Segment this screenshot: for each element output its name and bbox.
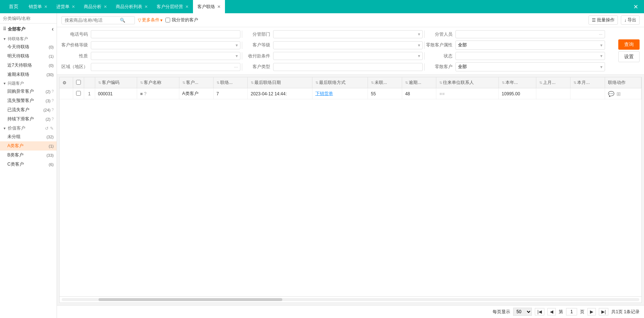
close-customer-contact-tab[interactable]: ✕ [217, 4, 221, 9]
checkbox-col [73, 77, 84, 88]
status-select[interactable]: ▾ [455, 52, 605, 60]
retail-attr-label: 零散客户属性 [426, 42, 455, 48]
setting-button[interactable]: 设置 [618, 51, 640, 62]
table-container: ⚙ ⇅客户编码 ⇅客户名称 ⇅客户... ⇅联络... ⇅最后联络日期 ⇅最后联… [59, 77, 642, 303]
row-checkbox-cell [73, 88, 84, 99]
retail-customer-select[interactable]: 全部 ▾ [455, 62, 605, 71]
nature-select[interactable]: ▾ [91, 52, 240, 60]
nav-goods-analysis-list[interactable]: 商品分析列表 ✕ [111, 0, 152, 13]
region-dots-icon: ··· [234, 64, 238, 70]
sidebar-item-abnormal-repurchase[interactable]: 回购异常客户 (2) ? [0, 87, 57, 96]
select-all-checkbox[interactable] [76, 80, 81, 85]
all-customers-header[interactable]: ⠿ 全部客户 ‹ [0, 24, 57, 35]
th-last-method[interactable]: ⇅最后联络方式 [312, 77, 368, 88]
prev-page-btn[interactable]: ◀ [547, 308, 556, 315]
nav-customer-contact[interactable]: 客户联络 ✕ [193, 0, 225, 13]
th-last-month[interactable]: ⇅上月... [536, 77, 570, 88]
nav-sales[interactable]: 销货单 ✕ [24, 0, 52, 13]
query-buttons: 查询 设置 [614, 27, 644, 74]
row-uncontacted: 55 [368, 88, 402, 99]
sidebar-search-input[interactable] [3, 16, 57, 21]
my-customers-check[interactable] [165, 18, 170, 22]
nav-goods-analysis[interactable]: 商品分析 ✕ [79, 0, 111, 13]
row-checkbox[interactable] [76, 91, 81, 96]
th-last-date[interactable]: ⇅最后联络日期 [247, 77, 312, 88]
sidebar-item-tomorrow-pending[interactable]: 明天待联络 (1) [0, 52, 57, 61]
my-customers-checkbox[interactable]: 我分管的客户 [165, 17, 198, 23]
last-method-link[interactable]: 下销货单 [315, 91, 333, 96]
sidebar-item-ungrouped[interactable]: 未分组 (32) [0, 132, 57, 141]
sidebar-item-b-class[interactable]: B类客户 (33) [0, 151, 57, 160]
th-this-month[interactable]: ⇅本月... [570, 77, 605, 88]
horizontal-scrollbar[interactable] [60, 296, 641, 303]
top-navigation: 首页 销货单 ✕ 进货单 ✕ 商品分析 ✕ 商品分析列表 ✕ 客户分层经营 ✕ … [0, 0, 644, 13]
scrollbar-thumb[interactable] [99, 298, 282, 301]
export-btn[interactable]: ↓ 导出 [621, 15, 640, 25]
table-header: ⚙ ⇅客户编码 ⇅客户名称 ⇅客户... ⇅联络... ⇅最后联络日期 ⇅最后联… [60, 77, 641, 88]
th-contact[interactable]: ⇅联络... [213, 77, 247, 88]
dept-label: 分管部门 [244, 31, 273, 38]
customer-grade-select[interactable]: ▾ [273, 41, 423, 49]
qrcode-icon[interactable]: ⊞ [616, 91, 621, 97]
nav-purchase[interactable]: 进货单 ✕ [52, 0, 79, 13]
window-close-button[interactable]: ✕ [630, 3, 641, 10]
sidebar-item-churn-warning[interactable]: 流失预警客户 (3) ? [0, 96, 57, 105]
sidebar-item-7day-pending[interactable]: 近7天待联络 (0) [0, 61, 57, 70]
sidebar-item-declining[interactable]: 持续下滑客户 (2) ? [0, 114, 57, 124]
filter-row-1: 电话号码 分管部门 ▾ 分管人员 [61, 30, 605, 38]
close-sales-tab[interactable]: ✕ [44, 4, 47, 9]
next-page-btn[interactable]: ▶ [587, 308, 596, 315]
nav-customer-tier[interactable]: 客户分层经营 ✕ [152, 0, 193, 13]
person-select[interactable]: ··· [455, 30, 605, 38]
th-overdue[interactable]: ⇅逾期... [402, 77, 436, 88]
main-search-input[interactable] [65, 18, 120, 23]
close-customer-tier-tab[interactable]: ✕ [185, 4, 189, 9]
settings-col[interactable]: ⚙ [60, 77, 73, 88]
settings-icon[interactable]: ⚙ [62, 80, 67, 85]
status-arrow-icon: ▾ [600, 53, 602, 59]
sidebar-item-a-class[interactable]: A类客户 (1) [0, 141, 57, 151]
sidebar-item-churned[interactable]: 已流失客户 (24) ? [0, 105, 57, 114]
close-goods-analysis-list-tab[interactable]: ✕ [144, 4, 148, 9]
sidebar-search-bar: 🔍 [0, 13, 57, 24]
sidebar-item-overdue-contact[interactable]: 逾期未联络 (30) [0, 70, 57, 79]
dept-select[interactable]: ▾ [273, 30, 423, 38]
problem-customers-group: 问题客户 [0, 79, 57, 87]
nav-home[interactable]: 首页 [3, 0, 24, 13]
more-filters-btn[interactable]: ▽ 更多条件 ▾ [138, 17, 162, 23]
sidebar-item-c-class[interactable]: C类客户 (6) [0, 160, 57, 169]
th-code[interactable]: ⇅客户编码 [95, 77, 137, 88]
close-purchase-tab[interactable]: ✕ [72, 4, 75, 9]
customer-grade-label: 客户等级 [244, 42, 273, 48]
th-type[interactable]: ⇅客户... [179, 77, 213, 88]
sidebar-item-today-pending[interactable]: 今天待联络 (0) [0, 42, 57, 52]
th-unit-contact[interactable]: ⇅往来单位联系人 [436, 77, 499, 88]
filter-row-4: 区域（地区） ··· 客户类型 [61, 62, 605, 71]
payment-select[interactable]: ▾ [273, 52, 423, 60]
action-icons: 💬 ⊞ [608, 91, 638, 97]
person-dots-icon: ··· [599, 32, 602, 37]
th-this-year[interactable]: ⇅本年... [498, 77, 536, 88]
retail-attr-select[interactable]: 全部 ▾ [455, 40, 605, 50]
th-name[interactable]: ⇅客户名称 [137, 77, 179, 88]
first-page-btn[interactable]: |◀ [535, 308, 544, 315]
query-button[interactable]: 查询 [618, 39, 640, 50]
phone-input[interactable] [91, 30, 240, 38]
batch-op-btn[interactable]: ☰ 批量操作 [588, 15, 618, 25]
chat-icon[interactable]: 💬 [608, 91, 614, 97]
page-number-input[interactable] [566, 308, 577, 315]
close-goods-analysis-tab[interactable]: ✕ [104, 4, 107, 9]
filter-cell-nature: 性质 ▾ [61, 52, 240, 60]
customer-type-input[interactable] [273, 63, 423, 71]
sidebar-collapse-icon[interactable]: ‹ [52, 26, 54, 32]
table-row: 1 000031 ■ ? A类客户 7 2023-04-12 14:44: 下销… [60, 88, 641, 99]
th-uncontacted[interactable]: ⇅未联... [368, 77, 402, 88]
edit-icon[interactable]: ✎ [50, 126, 54, 131]
last-page-btn[interactable]: ▶| [599, 308, 608, 315]
table-empty-space [60, 99, 641, 296]
main-search-icon[interactable]: 🔍 [120, 18, 125, 23]
refresh-icon[interactable]: ↺ [45, 126, 49, 131]
region-select[interactable]: ··· [91, 63, 240, 71]
per-page-select[interactable]: 50 100 [513, 308, 532, 316]
price-grade-select[interactable]: ▾ [91, 41, 240, 49]
